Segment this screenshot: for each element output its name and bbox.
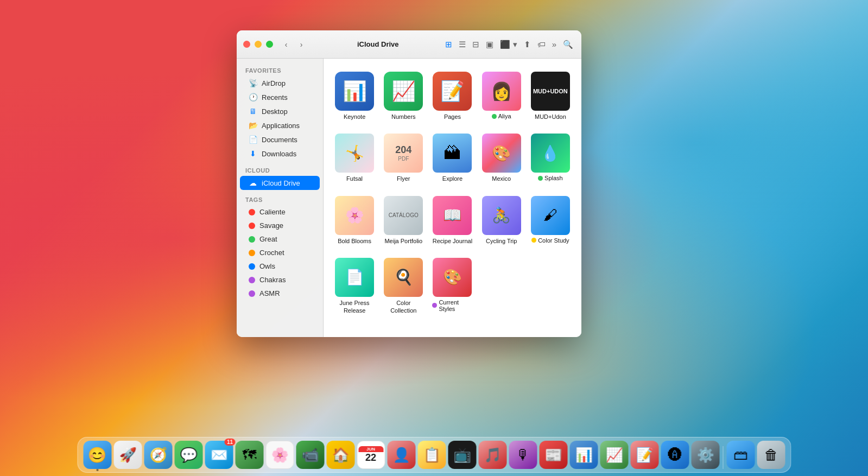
icon-view-button[interactable]: ⊞ — [443, 38, 454, 51]
dock-item-podcasts[interactable]: 🎙 — [509, 441, 537, 469]
dock-item-keynote[interactable]: 📊 — [569, 441, 598, 469]
meija-thumbnail: CATÁLOGO — [388, 211, 420, 219]
sidebar-item-icloud-drive[interactable]: ☁ iCloud Drive — [240, 176, 320, 190]
sidebar-item-chakras[interactable]: Chakras — [240, 273, 320, 287]
recipe-thumbnail: 📖 — [443, 206, 462, 224]
dock: 😊 🚀 🧭 💬 ✉️ 11 🗺 🌸 📹 🏠 JUN 22 👤 📋 📺 — [77, 437, 791, 473]
file-flyer[interactable]: 204 PDF Flyer — [381, 129, 426, 187]
mexico-thumbnail: 🎨 — [492, 144, 511, 162]
tag-button[interactable]: 🏷 — [536, 38, 547, 50]
sidebar-item-owls[interactable]: Owls — [240, 259, 320, 273]
file-aliya[interactable]: 👩 Aliya — [479, 67, 524, 125]
dock-item-messages[interactable]: 💬 — [174, 441, 202, 469]
file-mexico[interactable]: 🎨 Mexico — [479, 129, 524, 187]
dock-item-safari[interactable]: 🧭 — [144, 441, 172, 469]
numbers-icon: 📈 — [391, 80, 416, 103]
file-keynote[interactable]: 📊 Keynote — [332, 67, 377, 125]
file-color-study[interactable]: 🖌 Color Study — [528, 192, 573, 249]
dock-item-sysprefs[interactable]: ⚙️ — [691, 441, 719, 469]
close-button[interactable] — [243, 41, 250, 48]
dock-item-home[interactable]: 🏠 — [326, 441, 354, 469]
desktop-label: Desktop — [262, 107, 288, 116]
current-styles-name: Current Styles — [439, 299, 472, 312]
file-explore[interactable]: 🏔 Explore — [430, 129, 474, 187]
dock-item-music[interactable]: 🎵 — [478, 441, 506, 469]
maximize-button[interactable] — [266, 41, 273, 48]
dock-item-mail[interactable]: ✉️ 11 — [205, 441, 233, 469]
dock-item-finder[interactable]: 😊 — [83, 441, 111, 469]
numbers-dock-icon: 📈 — [605, 447, 623, 464]
dock-item-maps[interactable]: 🗺 — [235, 441, 263, 469]
mud-thumbnail: MUD+UDON — [531, 86, 570, 97]
home-icon: 🏠 — [332, 447, 349, 464]
sidebar-item-recents[interactable]: 🕐 Recents — [240, 90, 320, 104]
minimize-button[interactable] — [255, 41, 262, 48]
file-futsal[interactable]: 🤸 Futsal — [332, 129, 377, 187]
dock-item-news[interactable]: 📰 — [539, 441, 567, 469]
window-body: Favorites 📡 AirDrop 🕐 Recents 🖥 Desktop … — [237, 59, 581, 337]
desktop-icon: 🖥 — [249, 107, 257, 116]
sidebar-item-airdrop[interactable]: 📡 AirDrop — [240, 76, 320, 90]
aliya-dot — [492, 114, 497, 119]
search-button[interactable]: 🔍 — [561, 38, 575, 51]
mexico-name: Mexico — [492, 175, 511, 182]
file-cycling-trip[interactable]: 🚴 Cycling Trip — [479, 192, 524, 249]
sidebar-item-asmr[interactable]: ASMR — [240, 287, 320, 300]
back-button[interactable]: ‹ — [280, 38, 293, 51]
file-numbers[interactable]: 📈 Numbers — [381, 67, 426, 125]
file-color-collection[interactable]: 🍳 Color Collection — [381, 253, 426, 319]
june-press-thumbnail: 📄 — [345, 268, 364, 286]
calendar-month: JUN — [358, 446, 383, 452]
sidebar-item-documents[interactable]: 📄 Documents — [240, 132, 320, 147]
sidebar-item-great[interactable]: Great — [240, 232, 320, 246]
sort-button[interactable]: ⬛ ▾ — [498, 38, 518, 51]
dock-item-appletv[interactable]: 📺 — [448, 441, 476, 469]
finder-icon: 😊 — [88, 446, 107, 464]
numbers-name: Numbers — [391, 113, 416, 120]
gallery-view-button[interactable]: ▣ — [484, 38, 495, 51]
file-mud-udon[interactable]: MUD+UDON MUD+Udon — [528, 67, 573, 125]
more-button[interactable]: » — [550, 38, 558, 50]
dock-item-finder2[interactable]: 🗃 — [726, 441, 755, 469]
june-press-name: June Press Release — [334, 299, 375, 315]
file-bold-blooms[interactable]: 🌸 Bold Blooms — [332, 192, 377, 249]
trash-icon: 🗑 — [764, 447, 778, 464]
explore-thumbnail: 🏔 — [443, 143, 461, 163]
dock-item-facetime[interactable]: 📹 — [296, 441, 324, 469]
sidebar-item-desktop[interactable]: 🖥 Desktop — [240, 104, 320, 118]
splash-dot — [538, 176, 543, 181]
dock-item-launchpad[interactable]: 🚀 — [113, 441, 142, 469]
file-current-styles[interactable]: 🎨 Current Styles — [430, 253, 474, 319]
sidebar-item-applications[interactable]: 📂 Applications — [240, 118, 320, 132]
dock-item-calendar[interactable]: JUN 22 — [357, 441, 385, 469]
splash-name: Splash — [544, 175, 563, 181]
dock-item-pages[interactable]: 📝 — [630, 441, 658, 469]
file-june-press-release[interactable]: 📄 June Press Release — [332, 253, 377, 319]
messages-icon: 💬 — [180, 447, 197, 464]
documents-label: Documents — [262, 136, 297, 144]
file-meija-portfolio[interactable]: CATÁLOGO Meija Portfolio — [381, 192, 426, 249]
forward-button[interactable]: › — [295, 38, 308, 51]
sidebar-item-crochet[interactable]: Crochet — [240, 246, 320, 259]
dock-item-photos[interactable]: 🌸 — [265, 441, 294, 469]
keynote-dock-icon: 📊 — [575, 447, 592, 464]
file-recipe-journal[interactable]: 📖 Recipe Journal — [430, 192, 474, 249]
dock-item-notes[interactable]: 📋 — [417, 441, 446, 469]
dock-item-appstore[interactable]: 🅐 — [661, 441, 689, 469]
sidebar-item-savage[interactable]: Savage — [240, 219, 320, 232]
sidebar-item-caliente[interactable]: Caliente — [240, 205, 320, 219]
cycling-trip-name: Cycling Trip — [486, 237, 517, 245]
finder-dot — [96, 469, 98, 471]
file-pages[interactable]: 📝 Pages — [430, 67, 474, 125]
sidebar-item-downloads[interactable]: ⬇ Downloads — [240, 147, 320, 161]
share-button[interactable]: ⬆ — [522, 38, 533, 51]
dock-item-trash[interactable]: 🗑 — [757, 441, 785, 469]
current-styles-thumbnail: 🎨 — [443, 268, 462, 286]
dock-item-contacts[interactable]: 👤 — [387, 441, 415, 469]
list-view-button[interactable]: ☰ — [457, 38, 467, 51]
aliya-name: Aliya — [498, 113, 511, 119]
applications-icon: 📂 — [249, 121, 257, 130]
dock-item-numbers[interactable]: 📈 — [600, 441, 628, 469]
file-splash[interactable]: 💧 Splash — [528, 129, 573, 187]
column-view-button[interactable]: ⊟ — [471, 38, 481, 51]
